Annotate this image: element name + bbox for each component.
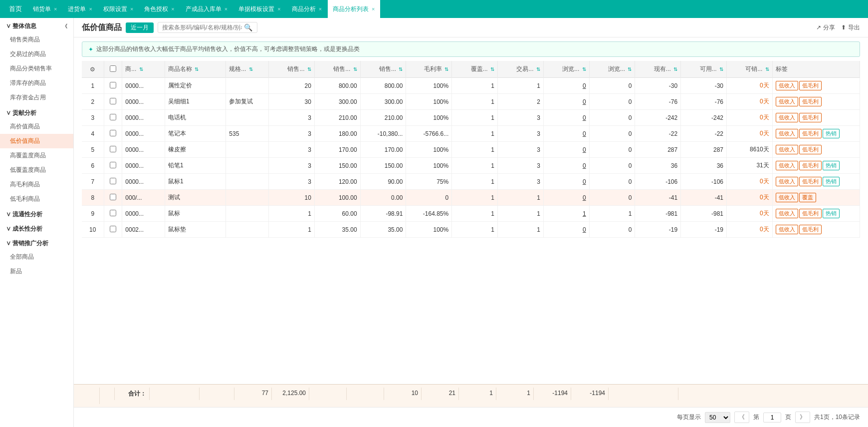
row-check[interactable] — [104, 158, 122, 174]
sidebar-group-contribution[interactable]: ∨ 贡献分析 — [0, 105, 73, 119]
row-browse1[interactable]: 1 — [543, 206, 589, 222]
browse-link[interactable]: 0 — [583, 114, 586, 121]
close-icon[interactable]: × — [224, 6, 227, 12]
table-row[interactable]: 4 0000... 笔记本 535 3 180.00 -10,380... -5… — [82, 126, 860, 142]
sidebar-group-overall[interactable]: ∨ 整体信息 《 — [0, 18, 73, 32]
col-saleable[interactable]: 可销... ⇅ — [727, 61, 773, 78]
sidebar-item-inventory-capital[interactable]: 库存资金占用 — [0, 90, 73, 105]
nav-sales[interactable]: 销货单× — [28, 0, 62, 18]
nav-purchase[interactable]: 进货单× — [63, 0, 97, 18]
row-browse1[interactable]: 0 — [543, 190, 589, 206]
row-check[interactable] — [104, 174, 122, 190]
table-row[interactable]: 8 000/... 测试 10 100.00 0.00 0 1 1 0 0 -4… — [82, 190, 860, 206]
row-check[interactable] — [104, 126, 122, 142]
nav-product-analysis[interactable]: 商品分析× — [287, 0, 327, 18]
row-checkbox[interactable] — [110, 210, 116, 216]
browse-link[interactable]: 0 — [583, 178, 586, 185]
col-sale-profit[interactable]: 销售... ⇅ — [360, 61, 406, 78]
browse-link[interactable]: 0 — [583, 162, 586, 169]
col-browse2[interactable]: 浏览... ⇅ — [589, 61, 635, 78]
row-check[interactable] — [104, 94, 122, 110]
row-check[interactable] — [104, 190, 122, 206]
table-container[interactable]: ⚙ 商... ⇅ 商品名称 ⇅ 规格... ⇅ 销售... ⇅ 销售... ⇅ … — [74, 61, 868, 384]
row-check[interactable] — [104, 206, 122, 222]
filter-button[interactable]: 近一月 — [126, 22, 154, 33]
row-browse1[interactable]: 0 — [543, 110, 589, 126]
col-sale-qty[interactable]: 销售... ⇅ — [269, 61, 315, 78]
table-row[interactable]: 9 0000... 鼠标 1 60.00 -98.91 -164.85% 1 1… — [82, 206, 860, 222]
row-check[interactable] — [104, 78, 122, 94]
sidebar-item-low-margin[interactable]: 低毛利商品 — [0, 192, 73, 206]
row-browse1[interactable]: 0 — [543, 174, 589, 190]
nav-role[interactable]: 角色授权× — [139, 0, 179, 18]
col-sale-amount[interactable]: 销售... ⇅ — [314, 61, 360, 78]
col-settings[interactable]: ⚙ — [82, 61, 104, 78]
row-browse1[interactable]: 0 — [543, 158, 589, 174]
first-page-button[interactable]: 《 — [734, 412, 749, 423]
table-row[interactable]: 6 0000... 铅笔1 3 150.00 150.00 100% 1 3 0… — [82, 158, 860, 174]
row-checkbox[interactable] — [110, 82, 116, 88]
row-browse1[interactable]: 0 — [543, 94, 589, 110]
close-icon[interactable]: × — [89, 6, 92, 12]
page-number-input[interactable] — [763, 413, 781, 423]
sidebar-item-sales-products[interactable]: 销售类商品 — [0, 32, 73, 47]
row-check[interactable] — [104, 110, 122, 126]
browse-link[interactable]: 0 — [583, 82, 586, 89]
search-input[interactable] — [162, 24, 242, 31]
nav-product-analysis-list[interactable]: 商品分析列表× — [328, 0, 380, 18]
sidebar-item-category-rate[interactable]: 商品分类销售率 — [0, 61, 73, 76]
select-all-checkbox[interactable] — [110, 65, 116, 72]
nav-template[interactable]: 单据模板设置× — [233, 0, 285, 18]
sidebar-item-high-value[interactable]: 高价值商品 — [0, 119, 73, 134]
search-icon[interactable]: 🔍 — [244, 23, 252, 31]
close-icon[interactable]: × — [372, 6, 375, 12]
col-tags[interactable]: 标签 — [772, 61, 860, 78]
row-checkbox[interactable] — [110, 130, 116, 136]
collapse-icon[interactable]: 《 — [62, 23, 67, 30]
sidebar-item-high-coverage[interactable]: 高覆盖度商品 — [0, 148, 73, 163]
row-browse1[interactable]: 0 — [543, 142, 589, 158]
sidebar-item-traded[interactable]: 交易过的商品 — [0, 47, 73, 61]
sidebar-item-low-coverage[interactable]: 低覆盖度商品 — [0, 163, 73, 177]
col-margin[interactable]: 毛利率 ⇅ — [406, 61, 452, 78]
sidebar-item-low-value[interactable]: 低价值商品 — [0, 134, 73, 148]
close-icon[interactable]: × — [130, 6, 133, 12]
row-checkbox[interactable] — [110, 98, 116, 104]
col-code[interactable]: 商... ⇅ — [122, 61, 165, 78]
nav-home[interactable]: 首页 — [4, 0, 27, 18]
browse-link[interactable]: 1 — [583, 210, 586, 217]
sidebar-item-high-margin[interactable]: 高毛利商品 — [0, 177, 73, 192]
table-row[interactable]: 1 0000... 属性定价 20 800.00 800.00 100% 1 1… — [82, 78, 860, 94]
nav-permission[interactable]: 权限设置× — [98, 0, 138, 18]
row-checkbox[interactable] — [110, 178, 116, 184]
next-page-button[interactable]: 》 — [795, 412, 810, 423]
sidebar-item-stagnant[interactable]: 滞库存的商品 — [0, 76, 73, 90]
row-checkbox[interactable] — [110, 114, 116, 120]
row-check[interactable] — [104, 222, 122, 238]
row-checkbox[interactable] — [110, 194, 116, 200]
col-trade[interactable]: 交易... ⇅ — [498, 61, 544, 78]
browse-link[interactable]: 0 — [583, 226, 586, 233]
browse-link[interactable]: 0 — [583, 98, 586, 105]
col-browse1[interactable]: 浏览... ⇅ — [543, 61, 589, 78]
col-current[interactable]: 现有... ⇅ — [635, 61, 681, 78]
row-browse1[interactable]: 0 — [543, 126, 589, 142]
table-row[interactable]: 7 0000... 鼠标1 3 120.00 90.00 75% 1 3 0 0… — [82, 174, 860, 190]
sidebar-item-new-products[interactable]: 新品 — [0, 264, 73, 279]
row-browse1[interactable]: 0 — [543, 78, 589, 94]
table-row[interactable]: 10 0002... 鼠标垫 1 35.00 35.00 100% 1 1 0 … — [82, 222, 860, 238]
row-checkbox[interactable] — [110, 226, 116, 232]
sidebar-item-all-products[interactable]: 全部商品 — [0, 250, 73, 264]
col-coverage[interactable]: 覆盖... ⇅ — [452, 61, 498, 78]
col-name[interactable]: 商品名称 ⇅ — [165, 61, 225, 78]
browse-link[interactable]: 0 — [583, 146, 586, 153]
per-page-select[interactable]: 50 100 200 — [705, 412, 730, 423]
table-row[interactable]: 5 0000... 橡皮擦 3 170.00 170.00 100% 1 3 0… — [82, 142, 860, 158]
table-row[interactable]: 2 0000... 吴细细1 参加复试 30 300.00 300.00 100… — [82, 94, 860, 110]
browse-link[interactable]: 0 — [583, 194, 586, 201]
close-icon[interactable]: × — [54, 6, 57, 12]
row-check[interactable] — [104, 142, 122, 158]
sidebar-group-marketing[interactable]: ∨ 营销推广分析 — [0, 235, 73, 250]
close-icon[interactable]: × — [171, 6, 174, 12]
col-available[interactable]: 可用... ⇅ — [681, 61, 727, 78]
